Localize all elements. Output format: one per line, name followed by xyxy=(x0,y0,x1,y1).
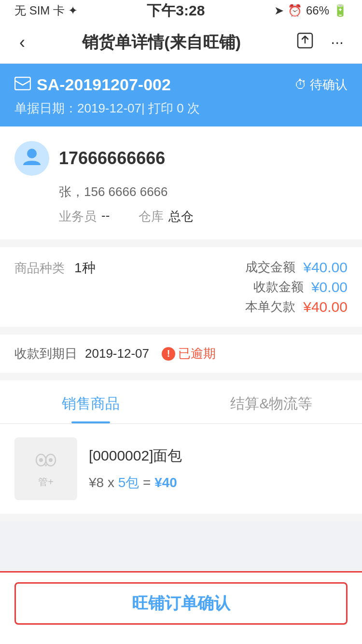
amounts: 成交金额 ¥40.00 收款金额 ¥0.00 本单欠款 ¥40.00 xyxy=(245,259,348,315)
warehouse-label: 仓库 xyxy=(139,208,164,225)
status-right: ➤ ⏰ 66% 🔋 xyxy=(274,4,348,17)
type-label: 商品种类 xyxy=(14,260,65,277)
wangpu-confirm-button[interactable]: 旺铺订单确认 xyxy=(14,582,348,625)
deal-amount-label: 成交金额 xyxy=(245,259,295,276)
status-left: 无 SIM 卡 ✦ xyxy=(14,3,78,18)
type-value: 1种 xyxy=(74,259,96,277)
due-label: 本单欠款 xyxy=(245,298,295,315)
product-name: [0000002]面包 xyxy=(89,446,348,466)
product-thumb-label: 管+ xyxy=(38,476,54,489)
product-info: [0000002]面包 ¥8 x 5包 = ¥40 xyxy=(89,446,348,492)
tab-sales-products[interactable]: 销售商品 xyxy=(0,380,181,423)
svg-point-5 xyxy=(39,458,43,462)
price-total: ¥40 xyxy=(154,475,177,490)
more-icon[interactable]: ··· xyxy=(327,29,348,55)
customer-card: 17666666666 张，156 6666 6666 业务员 -- 仓库 总仓 xyxy=(0,126,362,239)
status-bar: 无 SIM 卡 ✦ 下午3:28 ➤ ⏰ 66% 🔋 xyxy=(0,0,362,21)
due-date-card: 收款到期日 2019-12-07 ! 已逾期 xyxy=(0,335,362,373)
summary-card: 商品种类 1种 成交金额 ¥40.00 收款金额 ¥0.00 本单欠款 ¥40.… xyxy=(0,247,362,327)
confirm-btn-wrapper: 旺铺订单确认 xyxy=(0,571,362,644)
user-icon xyxy=(21,146,42,171)
sales-label: 业务员 xyxy=(59,208,97,225)
customer-meta: 业务员 -- 仓库 总仓 xyxy=(14,208,348,225)
page-title: 销货单详情(来自旺铺) xyxy=(82,31,241,54)
product-price: ¥8 x 5包 = ¥40 xyxy=(89,474,348,492)
overdue-badge: ! 已逾期 xyxy=(162,345,216,362)
due-date-value: 2019-12-07 xyxy=(85,346,149,361)
warehouse-value: 总仓 xyxy=(168,208,194,225)
due-date-label: 收款到期日 xyxy=(14,345,77,362)
tab-settlement[interactable]: 结算&物流等 xyxy=(181,380,362,423)
battery-icon: 🔋 xyxy=(333,4,348,17)
order-number: SA-20191207-002 xyxy=(14,75,171,94)
price-qty: 5包 xyxy=(118,475,139,490)
sim-text: 无 SIM 卡 ✦ xyxy=(14,3,78,18)
sales-meta: 业务员 -- xyxy=(59,208,110,225)
price-text: ¥8 x xyxy=(89,475,118,490)
received-value: ¥0.00 xyxy=(311,279,348,295)
product-thumbnail: 管+ xyxy=(14,437,77,500)
back-button[interactable]: ‹ xyxy=(14,28,30,57)
order-icon xyxy=(14,75,31,94)
product-card: 管+ [0000002]面包 ¥8 x 5包 = ¥40 xyxy=(0,424,362,514)
due-value: ¥40.00 xyxy=(303,299,348,315)
customer-phone: 17666666666 xyxy=(59,148,165,168)
tab-bar: 销售商品 结算&物流等 xyxy=(0,380,362,424)
warehouse-meta: 仓库 总仓 xyxy=(139,208,194,225)
battery-text: 66% xyxy=(306,4,329,17)
nav-actions: ··· xyxy=(293,28,348,56)
share-icon[interactable] xyxy=(293,28,317,56)
overdue-icon: ! xyxy=(162,347,175,361)
status-time: 下午3:28 xyxy=(147,1,205,21)
alarm-icon: ⏰ xyxy=(288,4,302,17)
avatar xyxy=(14,141,49,176)
order-status: ⏱ 待确认 xyxy=(294,76,348,93)
customer-name: 张，156 6666 6666 xyxy=(14,183,348,200)
product-type: 商品种类 1种 xyxy=(14,259,96,277)
overdue-text: 已逾期 xyxy=(178,345,216,362)
nav-bar: ‹ 销货单详情(来自旺铺) ··· xyxy=(0,21,362,64)
order-date: 单据日期：2019-12-07| 打印 0 次 xyxy=(14,100,348,117)
svg-point-6 xyxy=(49,458,53,462)
location-icon: ➤ xyxy=(274,4,284,17)
deal-amount-value: ¥40.00 xyxy=(303,259,348,276)
price-equals: = xyxy=(139,475,154,490)
due-amount-row: 本单欠款 ¥40.00 xyxy=(245,298,348,315)
svg-rect-1 xyxy=(15,77,30,90)
svg-point-2 xyxy=(27,149,37,158)
sales-value: -- xyxy=(101,208,110,225)
clock-icon: ⏱ xyxy=(294,77,307,92)
deal-amount-row: 成交金额 ¥40.00 xyxy=(245,259,348,276)
header-card: SA-20191207-002 ⏱ 待确认 单据日期：2019-12-07| 打… xyxy=(0,64,362,126)
received-label: 收款金额 xyxy=(253,279,304,295)
received-amount-row: 收款金额 ¥0.00 xyxy=(253,279,348,295)
